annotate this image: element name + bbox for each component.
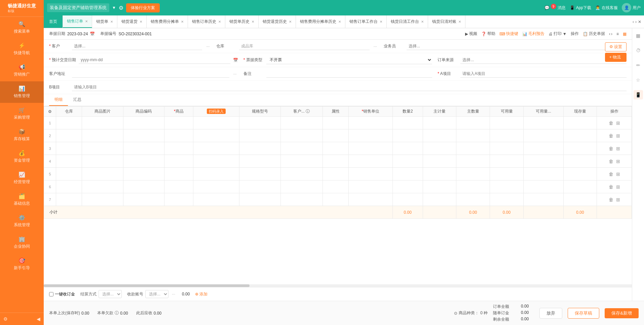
row-unit-7[interactable]	[348, 193, 392, 206]
row-spec-4[interactable]	[239, 155, 280, 168]
row-main-qty-3[interactable]	[456, 142, 490, 155]
col-gear[interactable]: ⚙	[44, 107, 56, 117]
view-video-action[interactable]: ▶ 视频	[465, 31, 477, 37]
note-input[interactable]	[266, 70, 432, 78]
delete-row-4[interactable]: 🗑	[608, 158, 614, 165]
row-unit-6[interactable]	[348, 180, 392, 193]
row-qty2-6[interactable]	[392, 180, 423, 193]
customer-more-icon[interactable]: ···	[205, 44, 211, 49]
row-attr-4[interactable]	[323, 155, 348, 168]
list-view-icon[interactable]: ≡	[616, 32, 619, 36]
sidebar-item-enterprise[interactable]: 🏢 企业协同	[0, 232, 44, 253]
tab-order-history[interactable]: 销售订单历史 ✕	[188, 15, 225, 28]
tab-return-history-close[interactable]: ✕	[289, 20, 292, 24]
row-code-7[interactable]	[123, 193, 164, 206]
date-value[interactable]: 2023-03-24	[67, 32, 88, 36]
solution-button[interactable]: 体验行业方案	[126, 3, 160, 12]
row-customer-code-6[interactable]	[280, 180, 323, 193]
help-action[interactable]: ❓ 帮助	[481, 31, 495, 37]
row-customer-code-4[interactable]	[280, 155, 323, 168]
copy-row-2[interactable]: ⊞	[615, 132, 621, 139]
row-code-5[interactable]	[123, 168, 164, 180]
next-record-icon[interactable]: ›	[611, 32, 612, 36]
a-project-input[interactable]	[460, 70, 627, 78]
sidebar-item-operations[interactable]: 📈 经营管理	[0, 167, 44, 189]
delete-row-3[interactable]: 🗑	[608, 145, 614, 152]
row-qty2-4[interactable]	[392, 155, 423, 168]
right-icon-star[interactable]: ☆	[634, 75, 643, 85]
logistics-button[interactable]: + 物流	[605, 53, 627, 62]
sidebar-item-base[interactable]: 🗂️ 基础信息	[0, 189, 44, 210]
row-product-3[interactable]	[164, 142, 193, 155]
row-main-qty-6[interactable]	[456, 180, 490, 193]
topbar-dropdown-arrow[interactable]: ▼	[112, 5, 116, 10]
payment-select[interactable]: 选择...	[99, 290, 122, 298]
row-customer-code-3[interactable]	[280, 142, 323, 155]
row-qty2-2[interactable]	[392, 129, 423, 142]
tab-next-icon[interactable]: ›	[635, 19, 637, 24]
right-icon-grid[interactable]: ▦	[634, 31, 643, 40]
row-attr-5[interactable]	[323, 168, 348, 180]
history-action[interactable]: 📋 历史单据	[583, 31, 605, 37]
row-spec-5[interactable]	[239, 168, 280, 180]
tab-summary[interactable]: 汇总	[68, 94, 87, 106]
card-view-icon[interactable]: ▦	[623, 32, 627, 36]
tab-home[interactable]: 首页	[44, 15, 63, 28]
row-warehouse-3[interactable]	[56, 142, 82, 155]
tab-workbench-close[interactable]: ✕	[380, 20, 382, 24]
row-code-3[interactable]	[123, 142, 164, 155]
row-warehouse-5[interactable]	[56, 168, 82, 180]
one-click-checkbox[interactable]: 一键收订金	[49, 291, 75, 297]
sidebar-item-sales[interactable]: 📊 销售管理	[0, 81, 44, 103]
salesperson-input[interactable]	[407, 42, 618, 50]
address-input[interactable]	[72, 70, 229, 78]
tab-fee-history-close[interactable]: ✕	[338, 20, 341, 24]
tab-sales-history[interactable]: 销货单历史 ✕	[225, 15, 259, 28]
row-product-7[interactable]	[164, 193, 193, 206]
sidebar-item-guide[interactable]: 🎯 新手引导	[0, 253, 44, 275]
right-icon-scan[interactable]: 📱	[634, 90, 643, 99]
delete-row-7[interactable]: 🗑	[608, 196, 614, 203]
delete-row-2[interactable]: 🗑	[608, 132, 614, 139]
row-spec-1[interactable]	[239, 117, 280, 129]
row-customer-code-5[interactable]	[280, 168, 323, 180]
row-qty2-3[interactable]	[392, 142, 423, 155]
tab-cash-daily-close[interactable]: ✕	[421, 20, 424, 24]
sidebar-settings-icon[interactable]: ⚙	[3, 316, 8, 322]
row-qty2-7[interactable]	[392, 193, 423, 206]
warehouse-more-icon[interactable]: ···	[372, 44, 378, 49]
message-item[interactable]: 💬 9 消息	[544, 5, 566, 11]
row-warehouse-4[interactable]	[56, 155, 82, 168]
row-attr-6[interactable]	[323, 180, 348, 193]
row-code-6[interactable]	[123, 180, 164, 193]
row-product-4[interactable]	[164, 155, 193, 168]
row-spec-7[interactable]	[239, 193, 280, 206]
row-attr-7[interactable]	[323, 193, 348, 206]
row-spec-6[interactable]	[239, 180, 280, 193]
customer-input[interactable]	[72, 42, 202, 50]
tab-return-history[interactable]: 销货退货历史 ✕	[259, 15, 296, 28]
tab-order-history-close[interactable]: ✕	[218, 20, 221, 24]
tab-sales-single[interactable]: 销货单 ✕	[92, 15, 117, 28]
one-click-checkbox-input[interactable]	[49, 292, 53, 296]
delivery-calendar-icon[interactable]: 📅	[233, 58, 238, 63]
sidebar-collapse-icon[interactable]: ◀	[37, 316, 40, 322]
tab-sales-fee-close[interactable]: ✕	[181, 20, 184, 24]
save-button[interactable]: 保存&新增	[605, 308, 639, 318]
right-icon-clock[interactable]: ⏱	[634, 46, 643, 55]
row-main-qty-1[interactable]	[456, 117, 490, 129]
tab-sales-fee[interactable]: 销售费用分摊单 ✕	[147, 15, 188, 28]
tab-cash-reconcile[interactable]: 钱货日清对账 ✕	[428, 15, 465, 28]
row-code-2[interactable]	[123, 129, 164, 142]
delete-row-5[interactable]: 🗑	[608, 171, 614, 177]
operate-action[interactable]: 操作	[571, 31, 579, 37]
row-warehouse-1[interactable]	[56, 117, 82, 129]
warehouse-input[interactable]	[239, 42, 369, 50]
tab-sales-return[interactable]: 销货退货 ✕	[117, 15, 147, 28]
row-product-1[interactable]	[164, 117, 193, 129]
row-customer-code-1[interactable]	[280, 117, 323, 129]
copy-row-6[interactable]: ⊞	[615, 184, 621, 190]
tab-sales-order[interactable]: 销售订单 ✕	[63, 15, 92, 28]
sidebar-item-search[interactable]: 🔍 搜索菜单	[0, 17, 44, 38]
user-item[interactable]: 👤 用户	[622, 3, 641, 12]
